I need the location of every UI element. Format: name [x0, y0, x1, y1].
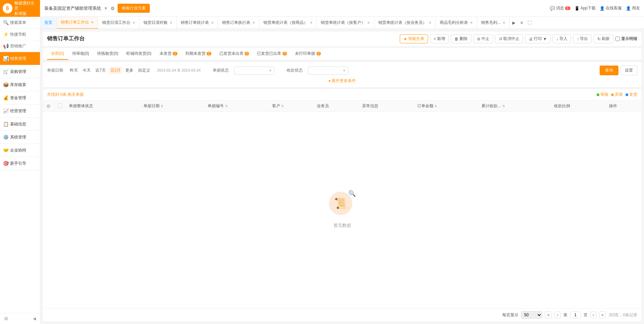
sidebar-item-purchase[interactable]: 🛒 采购管理 [0, 65, 40, 78]
user-icon: 👤 [626, 6, 631, 11]
subtab-wangpu-ship[interactable]: 旺铺待发货(0) [122, 48, 156, 60]
date-opt-1month[interactable]: 近1月 [109, 67, 122, 74]
tab-goods-stats-staff-close[interactable]: ✕ [429, 21, 431, 25]
industry-solution-button[interactable]: 体验行业方案 [118, 4, 150, 13]
add-button[interactable]: + 新增 [430, 34, 449, 43]
refresh-button[interactable]: ↻ 刷新 [594, 34, 613, 43]
tab-sales-order[interactable]: 销售订单工作台 ✕ [57, 17, 98, 29]
th-date[interactable]: 单据日期 [140, 100, 204, 112]
th-amount[interactable]: 订单金额 [414, 100, 478, 112]
print-button[interactable]: 🖨 打印 ▼ [525, 34, 551, 43]
stop-button[interactable]: ⊘ 中止 [473, 34, 493, 43]
sidebar-item-quick[interactable]: ⚡ 快捷导航 [0, 29, 40, 40]
cancel-stop-button[interactable]: ↺ 取消中止 [495, 34, 523, 43]
tab-sales-exec[interactable]: 销售订单执行表 ✕ [218, 17, 259, 29]
app-download-button[interactable]: 📱 App下载 [574, 5, 596, 11]
sidebar-item-guide[interactable]: 🎯 新手引导 [0, 157, 40, 170]
export-button[interactable]: ↑ 导出 [573, 34, 592, 43]
tab-cash-daily-label: 钱货日清工作台 [102, 20, 130, 26]
last-page-button[interactable]: » [599, 312, 606, 318]
tab-goods-stats-prod-close[interactable]: ✕ [310, 21, 312, 25]
tab-pin-button[interactable]: ✕ [518, 21, 525, 25]
subtab-pending-receive[interactable]: 待拣验货(0) [93, 48, 122, 60]
payment-select[interactable] [308, 67, 348, 75]
ship-button[interactable]: 发货 [626, 92, 637, 97]
sidebar-item-operation[interactable]: 📈 经营管理 [0, 105, 40, 118]
query-button[interactable]: 查询 [600, 66, 618, 75]
filter-setting-button[interactable]: 设置 [620, 66, 637, 75]
tab-cash-reconcile-close[interactable]: ✕ [170, 21, 172, 25]
th-received[interactable]: 累计收款... [478, 100, 550, 112]
sidebar-item-basic[interactable]: 📋 基础信息 [0, 118, 40, 131]
expand-more-button[interactable]: ▾ 展开更多条件 [329, 78, 356, 84]
first-page-button[interactable]: « [545, 312, 552, 318]
column-settings-icon[interactable]: ⚙ [46, 104, 51, 109]
tab-goods-margin[interactable]: 商品毛利分析表 ✕ [436, 17, 477, 29]
subtab-expired-ship[interactable]: 到期未发货 0 [181, 48, 215, 60]
tab-more-button[interactable]: ▶ [510, 21, 518, 25]
select-all-checkbox[interactable] [57, 103, 62, 108]
tab-sales-exec-close[interactable]: ✕ [252, 21, 255, 25]
user-button[interactable]: 👤 用友 [626, 5, 640, 11]
subtab-shipped-out[interactable]: 已发货已出库 0 [253, 48, 291, 60]
th-customer[interactable]: 客户 [269, 100, 313, 112]
settings-icon[interactable]: ⚙ [4, 316, 8, 321]
tab-sales-more[interactable]: 销售毛利... ✕ [477, 17, 510, 29]
sidebar-item-collab[interactable]: 🤝 企业协同 [0, 144, 40, 157]
date-range-display: 2023-02-24 至 2023-03-24 [157, 68, 201, 73]
tab-goods-stats-cust[interactable]: 销货单统计表（按客户） ✕ [317, 17, 374, 29]
basic-icon: 📋 [3, 121, 9, 127]
tab-sales-stats[interactable]: 销售订单统计表 ✕ [177, 17, 218, 29]
online-service-button[interactable]: 👤 在线客服 [600, 5, 622, 11]
date-opt-custom[interactable]: 自定义 [137, 67, 152, 74]
audit-button[interactable]: 审核 [597, 92, 608, 97]
th-number[interactable]: 单据编号 [204, 100, 268, 112]
tab-goods-stats-staff[interactable]: 销货单统计表（按业务员） ✕ [374, 17, 436, 29]
sidebar-item-search[interactable]: 🔍 搜索菜单 [0, 17, 40, 29]
sidebar-item-inventory[interactable]: 📦 库存核算 [0, 78, 40, 91]
discard-button[interactable]: 弃审 [611, 92, 623, 97]
subtab-shipped-not-out[interactable]: 已发货未出库 0 [215, 48, 253, 60]
tab-cash-daily[interactable]: 钱货日清工作台 ✕ [98, 17, 139, 29]
show-detail-toggle[interactable]: 显示明细 [615, 36, 637, 42]
tab-sales-stats-close[interactable]: ✕ [211, 21, 214, 25]
tab-expand-button[interactable]: ⛶ [525, 21, 533, 25]
page-number-input[interactable] [570, 312, 581, 318]
date-opt-more[interactable]: 更多 [124, 67, 135, 74]
sidebar-item-system[interactable]: ⚙️ 系统管理 [0, 131, 40, 144]
subtab-all[interactable]: 全部(0) [47, 48, 68, 60]
tab-goods-margin-close[interactable]: ✕ [470, 21, 473, 25]
message-button[interactable]: 💬 消息 6 [550, 5, 570, 11]
subtab-not-shipped[interactable]: 未发货 0 [156, 48, 181, 60]
next-page-button[interactable]: › [590, 312, 596, 318]
status-select[interactable] [234, 67, 274, 75]
tab-home[interactable]: 首页 [40, 17, 57, 29]
tab-sales-order-close[interactable]: ✕ [91, 21, 94, 24]
dropdown-arrow-icon[interactable]: ▼ [104, 6, 108, 11]
subtab-pending-review[interactable]: 待审核(0) [68, 48, 93, 60]
collapse-icon[interactable]: ◀ [33, 316, 36, 321]
prev-page-button[interactable]: ‹ [555, 312, 561, 318]
topbar-settings-icon[interactable]: ⚙ [111, 6, 115, 11]
sidebar-item-finance[interactable]: 💰 资金管理 [0, 91, 40, 105]
date-opt-yesterday[interactable]: 昨天 [69, 67, 79, 74]
subtab-not-printed[interactable]: 未打印单据 0 [291, 48, 325, 60]
show-detail-checkbox[interactable] [615, 37, 620, 41]
tab-cash-daily-close[interactable]: ✕ [132, 21, 135, 25]
date-opt-7days[interactable]: 近7天 [94, 67, 107, 74]
per-page-select[interactable]: 50 20 100 [521, 311, 542, 319]
delete-button[interactable]: 🗑 删除 [451, 34, 471, 43]
date-opt-today[interactable]: 今天 [81, 67, 92, 74]
tab-cash-reconcile[interactable]: 钱货日清对账 ✕ [139, 17, 177, 29]
import-icon: ↓ [556, 37, 558, 41]
tab-goods-stats-prod[interactable]: 销货单统计表（按商品） ✕ [259, 17, 317, 29]
sidebar-item-sales[interactable]: 📊 销售管理 [0, 52, 40, 65]
smart-create-button[interactable]: ★ 智能生单 [400, 34, 428, 43]
sidebar: 6 畅捷通好生意 标准版 🔍 搜索菜单 ⚡ 快捷导航 📢 营销推广 📊 销售管理… [0, 0, 40, 324]
tab-goods-stats-cust-close[interactable]: ✕ [367, 21, 370, 25]
tabbar: 首页 销售订单工作台 ✕ 钱货日清工作台 ✕ 钱货日清对账 ✕ 销售订单统计表 … [40, 17, 644, 29]
import-button[interactable]: ↓ 导入 [553, 34, 571, 43]
tab-goods-margin-label: 商品毛利分析表 [440, 20, 468, 26]
tab-sales-more-close[interactable]: ✕ [503, 21, 505, 25]
sidebar-item-promo[interactable]: 📢 营销推广 [0, 40, 40, 52]
